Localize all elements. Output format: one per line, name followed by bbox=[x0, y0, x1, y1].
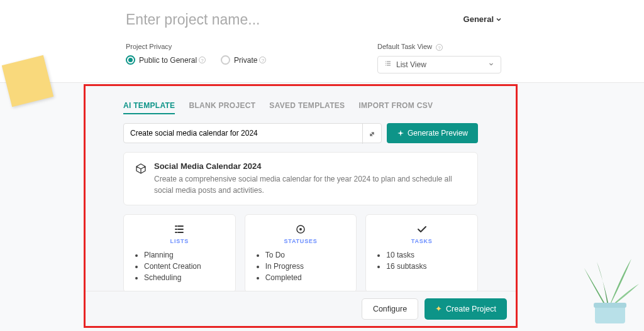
tasks-card: TASKS 10 tasks 16 subtasks bbox=[365, 214, 478, 293]
top-section: General Project Privacy Public to Genera… bbox=[0, 0, 644, 83]
box-icon bbox=[135, 163, 147, 176]
tab-blank-project[interactable]: BLANK PROJECT bbox=[189, 101, 255, 114]
lists-card: LISTS Planning Content Creation Scheduli… bbox=[123, 214, 236, 293]
check-icon bbox=[376, 224, 467, 235]
default-view-label: Default Task View ? bbox=[377, 43, 501, 51]
radio-unselected-icon bbox=[221, 55, 230, 65]
help-icon[interactable]: ? bbox=[199, 57, 206, 63]
plant-decoration bbox=[569, 240, 644, 331]
ai-prompt-input[interactable]: Create social media calendar for 2024 bbox=[123, 123, 382, 143]
template-card: Social Media Calendar 2024 Create a comp… bbox=[123, 152, 478, 205]
lists-items: Planning Content Creation Scheduling bbox=[134, 249, 225, 283]
default-view-value: List View bbox=[396, 60, 426, 69]
list-item: In Progress bbox=[265, 261, 347, 272]
list-item: To Do bbox=[265, 249, 347, 261]
default-view-select[interactable]: List View bbox=[377, 56, 501, 73]
list-item: Content Creation bbox=[144, 261, 225, 272]
sparkle-icon bbox=[397, 129, 404, 137]
list-icon bbox=[384, 60, 392, 69]
lists-label: LISTS bbox=[134, 238, 225, 244]
tasks-label: TASKS bbox=[376, 238, 467, 244]
privacy-private-label: Private bbox=[234, 56, 257, 65]
list-item: Scheduling bbox=[144, 272, 225, 283]
statuses-items: To Do In Progress Completed bbox=[255, 249, 347, 283]
project-name-input[interactable] bbox=[126, 9, 503, 31]
list-item: Completed bbox=[265, 272, 347, 283]
help-icon[interactable]: ? bbox=[259, 57, 266, 63]
tab-saved-templates[interactable]: SAVED TEMPLATES bbox=[269, 101, 345, 114]
tasks-items: 10 tasks 16 subtasks bbox=[376, 249, 467, 272]
create-project-button[interactable]: ✦ Create Project bbox=[425, 298, 507, 320]
list-item: 16 subtasks bbox=[386, 261, 467, 272]
configure-button[interactable]: Configure bbox=[362, 298, 418, 320]
svg-point-3 bbox=[299, 228, 302, 231]
list-icon bbox=[134, 224, 225, 235]
general-dropdown[interactable]: General bbox=[464, 14, 502, 24]
help-icon[interactable]: ? bbox=[436, 44, 443, 51]
footer-bar: Configure ✦ Create Project bbox=[86, 291, 516, 326]
statuses-card: STATUSES To Do In Progress Completed bbox=[245, 214, 357, 293]
chevron-down-icon bbox=[488, 60, 494, 69]
target-icon bbox=[255, 224, 347, 235]
template-tabs: AI TEMPLATE BLANK PROJECT SAVED TEMPLATE… bbox=[123, 101, 478, 114]
create-button-label: Create Project bbox=[446, 305, 496, 313]
template-description: Create a comprehensive social media cale… bbox=[154, 173, 466, 196]
configure-button-label: Configure bbox=[373, 305, 407, 313]
privacy-private-radio[interactable]: Private ? bbox=[221, 55, 266, 65]
chevron-down-icon bbox=[495, 16, 502, 23]
generate-button-label: Generate Preview bbox=[408, 129, 468, 138]
list-item: 10 tasks bbox=[386, 249, 467, 261]
sparkle-icon: ✦ bbox=[435, 304, 442, 313]
privacy-public-radio[interactable]: Public to General ? bbox=[126, 55, 206, 65]
tab-ai-template[interactable]: AI TEMPLATE bbox=[123, 101, 175, 114]
statuses-label: STATUSES bbox=[255, 238, 347, 244]
ai-prompt-value: Create social media calendar for 2024 bbox=[130, 129, 258, 138]
template-title: Social Media Calendar 2024 bbox=[154, 161, 466, 171]
main-panel: AI TEMPLATE BLANK PROJECT SAVED TEMPLATE… bbox=[84, 84, 518, 328]
generate-preview-button[interactable]: Generate Preview bbox=[387, 123, 478, 143]
tab-import-csv[interactable]: IMPORT FROM CSV bbox=[358, 101, 433, 114]
list-item: Planning bbox=[144, 249, 225, 261]
svg-rect-1 bbox=[594, 303, 626, 308]
expand-icon[interactable] bbox=[362, 124, 381, 144]
radio-selected-icon bbox=[126, 55, 135, 65]
general-dropdown-label: General bbox=[464, 14, 494, 24]
privacy-label: Project Privacy bbox=[126, 43, 377, 50]
privacy-public-label: Public to General bbox=[139, 56, 197, 65]
